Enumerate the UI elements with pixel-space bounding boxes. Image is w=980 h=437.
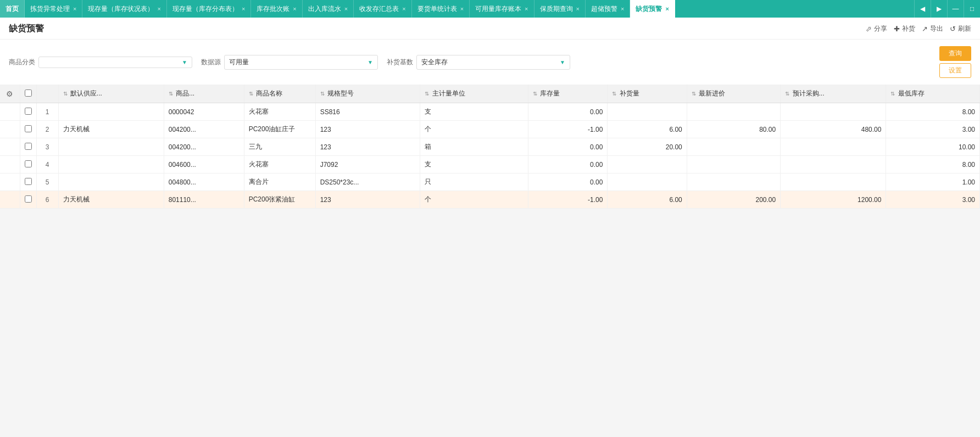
- row-check-cell[interactable]: [20, 138, 36, 156]
- supplement-base-select[interactable]: 安全库存 ▼: [416, 55, 570, 70]
- tab-inout-flow[interactable]: 出入库流水 ×: [303, 0, 354, 18]
- export-button[interactable]: ↗ 导出: [922, 24, 943, 33]
- nav-next-button[interactable]: ▶: [931, 0, 947, 18]
- tab-available-ledger[interactable]: 可用量库存账本 ×: [470, 0, 534, 18]
- row-check-cell[interactable]: [20, 156, 36, 173]
- row-stock-cell: -1.00: [528, 121, 608, 138]
- row-checkbox[interactable]: [25, 108, 32, 115]
- row-checkbox[interactable]: [25, 160, 32, 167]
- export-label: 导出: [930, 24, 943, 33]
- sort-lp-icon: ⇅: [692, 91, 696, 97]
- table-row: 2 力天机械 004200... PC200油缸庄子 123 个 -1.00 6…: [0, 121, 980, 138]
- row-code-cell: 004600...: [164, 156, 244, 173]
- row-check-cell[interactable]: [20, 191, 36, 209]
- nav-maximize-button[interactable]: □: [964, 0, 980, 18]
- row-name-cell: 三九: [244, 138, 315, 156]
- datasource-select[interactable]: 可用量 ▼: [224, 55, 378, 70]
- table-row: 5 004800... 离合片 DS250*23c... 只 0.00 1.00: [0, 173, 980, 191]
- col-header-spec[interactable]: ⇅ 规格型号: [315, 85, 420, 103]
- table-row: 1 0000042 火花塞 SS816 支 0.00 8.00: [0, 103, 980, 121]
- table-header-row: ⚙ ⇅ 默认供应... ⇅ 商品... ⇅: [0, 85, 980, 103]
- row-check-cell[interactable]: [20, 103, 36, 121]
- col-header-supplement[interactable]: ⇅ 补货量: [608, 85, 687, 103]
- row-gear-cell: [0, 156, 20, 173]
- row-checkbox[interactable]: [25, 125, 32, 132]
- close-eq-icon[interactable]: ×: [576, 5, 580, 12]
- col-header-min-stock[interactable]: ⇅ 最低库存: [886, 85, 980, 103]
- tab-home-label: 首页: [5, 4, 19, 14]
- datasource-label: 数据源: [201, 58, 221, 67]
- close-ow-icon[interactable]: ×: [621, 5, 624, 12]
- col-latest-price-label: 最新进价: [699, 89, 725, 97]
- close-csd-icon[interactable]: ×: [242, 5, 245, 12]
- supplement-icon: ✚: [894, 25, 900, 33]
- sort-supplier-icon: ⇅: [63, 91, 68, 97]
- tab-home[interactable]: 首页: [0, 0, 25, 18]
- row-code-cell: 004800...: [164, 173, 244, 191]
- category-select[interactable]: ▼: [38, 57, 192, 68]
- col-header-latest-price[interactable]: ⇅ 最新进价: [687, 85, 780, 103]
- row-latest-price-cell: 200.00: [687, 191, 780, 209]
- row-spec-cell: J7092: [315, 156, 420, 173]
- tab-current-stock-status[interactable]: 现存量（库存状况表） ×: [82, 0, 166, 18]
- tab-batch-account[interactable]: 库存批次账 ×: [251, 0, 302, 18]
- supplement-button[interactable]: ✚ 补货: [894, 24, 915, 33]
- header-actions: ⬀ 分享 ✚ 补货 ↗ 导出 ↺ 刷新: [866, 24, 971, 33]
- close-sw-icon[interactable]: ×: [665, 5, 669, 12]
- col-gear: ⚙: [0, 85, 20, 103]
- col-check-all[interactable]: [20, 85, 36, 103]
- tab-sw-label: 缺货预警: [636, 4, 662, 14]
- nav-prev-button[interactable]: ◀: [914, 0, 931, 18]
- sort-unit-icon: ⇅: [425, 91, 429, 97]
- row-checkbox[interactable]: [25, 178, 32, 185]
- row-spec-cell: SS816: [315, 103, 420, 121]
- gear-settings-icon[interactable]: ⚙: [6, 89, 13, 98]
- share-button[interactable]: ⬀ 分享: [866, 24, 887, 33]
- settings-button[interactable]: 设置: [939, 63, 971, 78]
- filter-actions: 查询 设置: [939, 46, 971, 78]
- close-css-icon[interactable]: ×: [157, 5, 160, 12]
- share-label: 分享: [874, 24, 887, 33]
- query-button[interactable]: 查询: [939, 46, 971, 61]
- row-latest-price-cell: [687, 156, 780, 173]
- close-rs-icon[interactable]: ×: [402, 5, 405, 12]
- tab-overstock-warning[interactable]: 超储预警 ×: [586, 0, 630, 18]
- tab-shortage-warning[interactable]: 缺货预警 ×: [630, 0, 675, 18]
- tab-order-stats[interactable]: 要货单统计表 ×: [412, 0, 470, 18]
- table-row: 3 004200... 三九 123 箱 0.00 20.00 10.00: [0, 138, 980, 156]
- row-gear-cell: [0, 121, 20, 138]
- col-header-code[interactable]: ⇅ 商品...: [164, 85, 244, 103]
- filter-area: 商品分类 ▼ 数据源 可用量 ▼ 补货基数 安全库存 ▼ 查询 设置: [0, 40, 980, 85]
- nav-controls: ◀ ▶ — □: [914, 0, 980, 18]
- tab-expiry-query[interactable]: 保质期查询 ×: [534, 0, 586, 18]
- tab-ow-label: 超储预警: [591, 4, 617, 14]
- row-name-cell: PC200张紧油缸: [244, 191, 315, 209]
- nav-minimize-button[interactable]: —: [947, 0, 964, 18]
- col-header-stock[interactable]: ⇅ 库存量: [528, 85, 608, 103]
- close-ba-icon[interactable]: ×: [293, 5, 296, 12]
- row-name-cell: 火花塞: [244, 156, 315, 173]
- row-supplier-cell: [58, 156, 164, 173]
- row-checkbox[interactable]: [25, 143, 32, 150]
- row-check-cell[interactable]: [20, 173, 36, 191]
- close-defect-icon[interactable]: ×: [73, 5, 76, 12]
- datasource-filter-group: 数据源 可用量 ▼: [201, 55, 378, 70]
- col-est-purchase-label: 预计采购...: [793, 89, 825, 97]
- row-checkbox[interactable]: [25, 195, 32, 203]
- tab-current-stock-dist[interactable]: 现存量（库存分布表） ×: [167, 0, 251, 18]
- row-check-cell[interactable]: [20, 121, 36, 138]
- col-header-unit[interactable]: ⇅ 主计量单位: [420, 85, 528, 103]
- refresh-button[interactable]: ↺ 刷新: [950, 24, 971, 33]
- tab-defect-processing[interactable]: 拣货异常处理 ×: [25, 0, 82, 18]
- row-supplement-cell: 6.00: [608, 191, 687, 209]
- row-latest-price-cell: 80.00: [687, 121, 780, 138]
- col-header-supplier[interactable]: ⇅ 默认供应...: [58, 85, 164, 103]
- check-all-checkbox[interactable]: [25, 89, 32, 97]
- close-os-icon[interactable]: ×: [460, 5, 464, 12]
- tab-ba-label: 库存批次账: [257, 4, 289, 14]
- close-al-icon[interactable]: ×: [525, 5, 528, 12]
- col-header-name[interactable]: ⇅ 商品名称: [244, 85, 315, 103]
- close-iof-icon[interactable]: ×: [344, 5, 348, 12]
- col-header-est-purchase[interactable]: ⇅ 预计采购...: [781, 85, 886, 103]
- tab-recv-summary[interactable]: 收发存汇总表 ×: [354, 0, 411, 18]
